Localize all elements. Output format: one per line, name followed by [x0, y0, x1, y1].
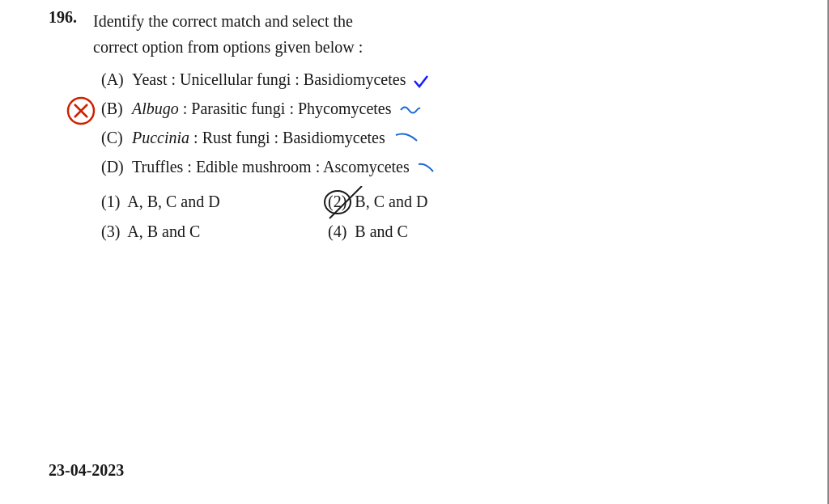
- question-content: Identify the correct match and select th…: [93, 8, 805, 257]
- answer-1-label: (1) A, B, C and D: [101, 193, 220, 210]
- option-c-text: Puccinia : Rust fungi : Basidiomycetes: [132, 125, 419, 150]
- red-circle-x-icon: [66, 95, 96, 126]
- answer-2: (2) B, C and D: [328, 193, 555, 211]
- answer-3-label: (3) A, B and C: [101, 222, 200, 240]
- options-list: (A) Yeast : Unicellular fungi : Basidiom…: [101, 66, 805, 180]
- question-text: Identify the correct match and select th…: [93, 8, 805, 60]
- option-a-text: Yeast : Unicellular fungi : Basidiomycet…: [132, 66, 429, 92]
- option-d-label: (D): [101, 154, 132, 180]
- option-b-text: Albugo : Parasitic fungi : Phycomycetes: [132, 95, 422, 121]
- date-line: 23-04-2023: [49, 461, 124, 480]
- option-a-label: (A): [101, 66, 132, 92]
- answer-4: (4) B and C: [328, 222, 555, 241]
- annotation-b-icon: [399, 102, 422, 118]
- option-c: (C) Puccinia : Rust fungi : Basidiomycet…: [101, 125, 805, 150]
- annotation-c-icon: [394, 131, 419, 147]
- option-d-text: Truffles : Edible mushroom : Ascomycetes: [132, 154, 435, 180]
- option-b-label: (B): [101, 95, 132, 121]
- answers-grid: (1) A, B, C and D (2) B, C and D: [101, 193, 805, 241]
- answer-4-label: (4) B and C: [328, 222, 408, 240]
- option-c-label: (C): [101, 125, 132, 150]
- page-container: 196. Identify the correct match and sele…: [0, 0, 829, 504]
- annotation-d-icon: [417, 162, 435, 175]
- answer-2-label: (2) B, C and D: [328, 193, 427, 210]
- option-d: (D) Truffles : Edible mushroom : Ascomyc…: [101, 154, 805, 180]
- answer-1: (1) A, B, C and D: [101, 193, 328, 211]
- question-number: 196.: [49, 8, 93, 257]
- answer-3: (3) A, B and C: [101, 222, 328, 241]
- question-block: 196. Identify the correct match and sele…: [49, 8, 805, 257]
- option-a: (A) Yeast : Unicellular fungi : Basidiom…: [101, 66, 805, 92]
- tick-a-icon: [413, 73, 429, 89]
- option-b: (B) Albugo : Parasitic fungi : Phycomyce…: [101, 95, 805, 121]
